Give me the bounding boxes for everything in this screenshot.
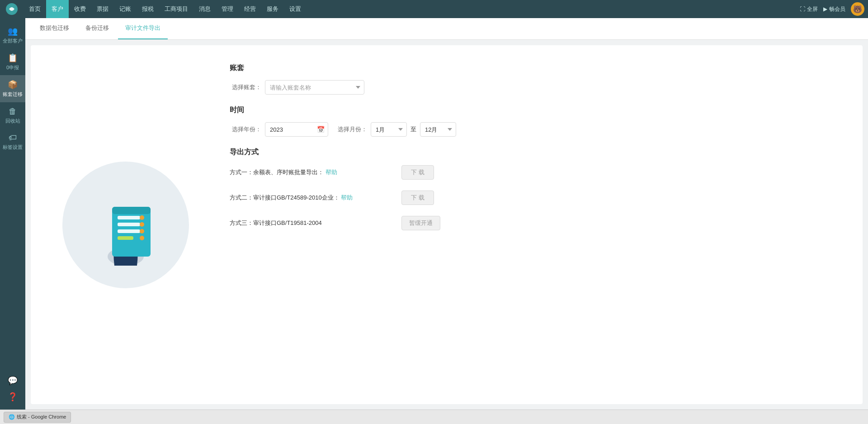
month-start-select[interactable]: 1月 2月 3月 4月 5月 6月 7月 8月 9月 10月 11月 12月	[371, 122, 407, 137]
export-method-3-label: 方式三：审计接口GB/T19581-2004	[230, 219, 401, 227]
export-method-1-row: 方式一：余额表、序时账批量导出： 帮助 下 载	[230, 164, 835, 181]
zero-declaration-icon: 📋	[8, 53, 18, 63]
nav-home[interactable]: 首页	[24, 0, 46, 18]
method-2-download-button[interactable]: 下 载	[401, 191, 434, 205]
sidebar-item-recycle[interactable]: 🗑 回收站	[0, 102, 25, 129]
form-area: 账套 选择账套： 请输入账套名称 时间 选择年份： 📅 选择月份：	[221, 45, 863, 404]
illustration-area	[31, 45, 221, 404]
account-select[interactable]: 请输入账套名称	[265, 80, 364, 95]
svg-point-13	[140, 229, 144, 233]
method-3-text: 方式三：审计接口GB/T19581-2004	[230, 219, 322, 226]
taskbar-item-label: 线索 - Google Chrome	[17, 414, 66, 420]
chrome-icon: 🌐	[9, 414, 15, 420]
time-section-title: 时间	[230, 105, 835, 115]
nav-manage[interactable]: 管理	[216, 0, 239, 18]
chat-icon[interactable]: 💬	[5, 373, 20, 388]
illustration-circle	[62, 162, 189, 288]
svg-point-12	[140, 222, 144, 227]
method-1-text: 方式一：余额表、序时账批量导出：	[230, 169, 324, 176]
method-1-help-link[interactable]: 帮助	[326, 169, 337, 176]
tab-backup-migration[interactable]: 备份迁移	[78, 18, 116, 39]
account-select-row: 选择账套： 请输入账套名称	[230, 80, 835, 95]
nav-message[interactable]: 消息	[193, 0, 216, 18]
sidebar-item-zero-declaration[interactable]: 📋 0申报	[0, 48, 25, 75]
main-layout: 👥 全部客户 📋 0申报 📦 账套迁移 🗑 回收站 🏷 标签设置 💬 ❓ 数据包…	[0, 18, 868, 410]
account-select-label: 选择账套：	[230, 83, 261, 91]
illustration-svg	[85, 180, 166, 270]
help-icon[interactable]: ❓	[5, 390, 20, 404]
account-section-title: 账套	[230, 63, 835, 73]
nav-service[interactable]: 服务	[261, 0, 284, 18]
sidebar-item-tag-label: 标签设置	[3, 144, 23, 150]
top-nav: 首页 客户 收费 票据 记账 报税 工商项目 消息 管理 经营 服务 设置 ⛶ …	[0, 0, 868, 18]
fullscreen-label: 全屏	[807, 5, 818, 13]
nav-invoice[interactable]: 票据	[91, 0, 114, 18]
year-input-wrapper: 📅	[265, 122, 328, 137]
content-area: 数据包迁移 备份迁移 审计文件导出	[25, 18, 868, 410]
sidebar-item-recycle-label: 回收站	[5, 118, 20, 124]
vip-button[interactable]: ▶ 畅会员	[823, 5, 845, 13]
sidebar-item-migration-label: 账套迁移	[3, 91, 23, 97]
svg-rect-15	[112, 207, 151, 214]
method-2-text: 方式二：审计接口GB/T24589-2010企业：	[230, 194, 340, 201]
svg-point-14	[140, 236, 144, 240]
method-3-open-soon-button[interactable]: 暂缓开通	[401, 216, 440, 230]
nav-customer[interactable]: 客户	[46, 0, 69, 18]
nav-business[interactable]: 工商项目	[159, 0, 193, 18]
sidebar: 👥 全部客户 📋 0申报 📦 账套迁移 🗑 回收站 🏷 标签设置 💬 ❓	[0, 18, 25, 410]
export-section-title: 导出方式	[230, 148, 835, 157]
taskbar: 🌐 线索 - Google Chrome	[0, 410, 868, 424]
app-logo	[4, 1, 20, 17]
nav-accounting[interactable]: 记账	[114, 0, 137, 18]
user-avatar[interactable]: 🐻	[851, 2, 864, 16]
nav-fee[interactable]: 收费	[69, 0, 91, 18]
vip-icon: ▶	[823, 6, 827, 12]
nav-items: 首页 客户 收费 票据 记账 报税 工商项目 消息 管理 经营 服务 设置	[24, 0, 800, 18]
export-method-1-label: 方式一：余额表、序时账批量导出： 帮助	[230, 168, 401, 176]
month-label: 选择月份：	[335, 125, 367, 133]
fullscreen-icon: ⛶	[800, 6, 805, 12]
nav-right: ⛶ 全屏 ▶ 畅会员 🐻	[800, 2, 864, 16]
sidebar-item-all-customers[interactable]: 👥 全部客户	[0, 22, 25, 48]
tabs-bar: 数据包迁移 备份迁移 审计文件导出	[25, 18, 868, 40]
tab-audit-export[interactable]: 审计文件导出	[118, 18, 168, 39]
nav-settings[interactable]: 设置	[284, 0, 307, 18]
method-1-download-button[interactable]: 下 载	[401, 165, 434, 180]
time-separator: 至	[410, 125, 416, 133]
export-method-3-row: 方式三：审计接口GB/T19581-2004 暂缓开通	[230, 215, 835, 231]
taskbar-chrome-item[interactable]: 🌐 线索 - Google Chrome	[4, 412, 71, 423]
svg-rect-10	[118, 236, 133, 240]
sidebar-bottom: 💬 ❓	[5, 373, 20, 410]
year-input[interactable]	[265, 122, 328, 137]
nav-operation[interactable]: 经营	[239, 0, 261, 18]
page-content: 账套 选择账套： 请输入账套名称 时间 选择年份： 📅 选择月份：	[31, 45, 863, 404]
sidebar-item-account-migration[interactable]: 📦 账套迁移	[0, 75, 25, 102]
sidebar-item-all-customers-label: 全部客户	[3, 38, 23, 44]
tab-data-package-migration[interactable]: 数据包迁移	[33, 18, 76, 39]
fullscreen-button[interactable]: ⛶ 全屏	[800, 5, 818, 13]
vip-label: 畅会员	[829, 5, 845, 13]
nav-tax[interactable]: 报税	[137, 0, 159, 18]
export-method-2-label: 方式二：审计接口GB/T24589-2010企业： 帮助	[230, 194, 401, 202]
year-label: 选择年份：	[230, 125, 261, 133]
recycle-icon: 🗑	[9, 107, 17, 116]
sidebar-item-tag-settings[interactable]: 🏷 标签设置	[0, 129, 25, 155]
all-customers-icon: 👥	[8, 26, 18, 36]
account-migration-icon: 📦	[8, 80, 18, 90]
method-2-help-link[interactable]: 帮助	[341, 194, 353, 201]
export-method-2-row: 方式二：审计接口GB/T24589-2010企业： 帮助 下 载	[230, 190, 835, 206]
tag-settings-icon: 🏷	[9, 133, 17, 143]
svg-rect-8	[118, 223, 140, 226]
month-end-select[interactable]: 1月 2月 3月 4月 5月 6月 7月 8月 9月 10月 11月 12月	[420, 122, 456, 137]
svg-rect-7	[118, 216, 140, 219]
svg-rect-9	[118, 229, 140, 233]
sidebar-item-zero-label: 0申报	[6, 65, 19, 71]
time-select-row: 选择年份： 📅 选择月份： 1月 2月 3月 4月 5月 6月 7月	[230, 122, 835, 137]
svg-point-11	[140, 215, 144, 220]
